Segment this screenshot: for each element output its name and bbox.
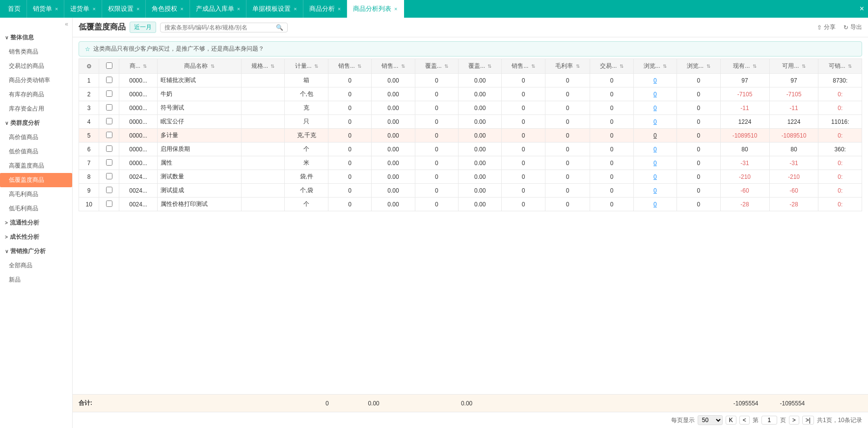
gross-col-header[interactable]: 毛利率 ⇅ xyxy=(545,59,590,74)
sidebar-item-new-goods[interactable]: 新品 xyxy=(0,273,72,287)
sales3-col-header[interactable]: 销售... ⇅ xyxy=(502,59,545,74)
sidebar-group-growth[interactable]: > 成长性分析 xyxy=(0,230,72,244)
per-page-select[interactable]: 50 20 100 200 xyxy=(698,415,723,425)
last-page-button[interactable]: >| xyxy=(802,416,814,425)
search-input[interactable] xyxy=(164,24,274,31)
tab-template-settings[interactable]: 单据模板设置 × xyxy=(246,0,303,18)
sidebar-item-sales-goods[interactable]: 销售类商品 xyxy=(0,45,72,59)
row-browse1[interactable]: 0 xyxy=(633,156,677,170)
row-sales-amt: 0.00 xyxy=(372,170,415,184)
row-checkbox[interactable] xyxy=(106,132,112,138)
export-button[interactable]: ↻ 导出 xyxy=(843,23,862,31)
table-row: 2 0000... 牛奶 个,包 0 0.00 0 0.00 0 0 0 0 0… xyxy=(79,87,862,101)
saleable-col-header[interactable]: 可销... ⇅ xyxy=(818,59,862,74)
row-browse1[interactable]: 0 xyxy=(633,115,677,129)
sidebar-group-cluster[interactable]: ∨ 类群度分析 xyxy=(0,116,72,130)
row-checkbox[interactable] xyxy=(106,77,112,83)
tab-finished-goods[interactable]: 产成品入库单 × xyxy=(190,0,246,18)
close-icon[interactable]: × xyxy=(338,6,341,12)
row-browse1[interactable]: 0 xyxy=(633,74,677,87)
row-available: -210 xyxy=(769,170,818,184)
sidebar-item-low-value[interactable]: 低价值商品 xyxy=(0,144,72,159)
tab-product-analysis[interactable]: 商品分析 × xyxy=(303,0,347,18)
browse2-col-header[interactable]: 浏览... ⇅ xyxy=(677,59,720,74)
current-col-header[interactable]: 现有... ⇅ xyxy=(720,59,769,74)
sales-qty-col-header[interactable]: 销售... ⇅ xyxy=(328,59,371,74)
sidebar-item-low-coverage[interactable]: 低覆盖度商品 xyxy=(0,173,72,187)
close-icon[interactable]: × xyxy=(92,6,95,12)
row-checkbox[interactable] xyxy=(106,187,112,193)
first-page-button[interactable]: K xyxy=(726,416,736,425)
row-checkbox[interactable] xyxy=(106,159,112,166)
sidebar-group-circulation[interactable]: > 流通性分析 xyxy=(0,216,72,230)
row-sales-qty: 0 xyxy=(328,170,371,184)
sidebar-item-low-margin[interactable]: 低毛利商品 xyxy=(0,201,72,216)
tab-permission-settings[interactable]: 权限设置 × xyxy=(102,0,146,18)
row-name: 属性 xyxy=(158,156,242,170)
row-checkbox[interactable] xyxy=(106,104,112,111)
row-available: 80 xyxy=(769,143,818,156)
sidebar-item-high-coverage[interactable]: 高覆盖度商品 xyxy=(0,159,72,173)
sidebar-group-marketing[interactable]: ∨ 营销推广分析 xyxy=(0,244,72,258)
tab-purchase-order[interactable]: 进货单 × xyxy=(64,0,102,18)
select-all-checkbox[interactable] xyxy=(106,62,112,69)
close-icon[interactable]: × xyxy=(394,6,397,12)
row-unit: 个 xyxy=(285,143,328,156)
filter-period-button[interactable]: 近一月 xyxy=(130,22,156,33)
code-col-header[interactable]: 商... ⇅ xyxy=(119,59,158,74)
share-button[interactable]: ⇧ 分享 xyxy=(817,23,836,31)
sidebar-item-all-goods[interactable]: 全部商品 xyxy=(0,258,72,273)
next-page-button[interactable]: > xyxy=(789,416,799,425)
row-cover1: 0 xyxy=(415,184,458,198)
row-browse1[interactable]: 0 xyxy=(633,170,677,184)
close-icon[interactable]: × xyxy=(55,6,58,12)
close-all-tabs-button[interactable]: × xyxy=(860,4,864,13)
prev-page-button[interactable]: < xyxy=(739,416,750,425)
sidebar-item-category-rate[interactable]: 商品分类动销率 xyxy=(0,73,72,87)
row-browse1[interactable]: 0 xyxy=(633,101,677,115)
sidebar-item-inventory-capital[interactable]: 库存资金占用 xyxy=(0,102,72,116)
row-checkbox[interactable] xyxy=(106,145,112,152)
sidebar-item-high-value[interactable]: 高价值商品 xyxy=(0,130,72,144)
sales-amt-col-header[interactable]: 销售... ⇅ xyxy=(372,59,415,74)
sidebar-item-high-margin[interactable]: 高毛利商品 xyxy=(0,187,72,201)
row-checkbox[interactable] xyxy=(106,173,112,179)
name-col-header[interactable]: 商品名称 ⇅ xyxy=(158,59,242,74)
row-current: 80 xyxy=(720,143,769,156)
row-checkbox[interactable] xyxy=(106,118,112,124)
cover1-col-header[interactable]: 覆盖... ⇅ xyxy=(415,59,458,74)
page-number-input[interactable] xyxy=(761,416,777,425)
row-sales-qty: 0 xyxy=(328,87,371,101)
close-icon[interactable]: × xyxy=(237,6,240,12)
cover2-col-header[interactable]: 覆盖... ⇅ xyxy=(459,59,502,74)
row-browse1[interactable]: 0 xyxy=(633,87,677,101)
row-browse1[interactable]: 0 xyxy=(633,129,677,143)
tab-role-auth[interactable]: 角色授权 × xyxy=(146,0,190,18)
close-icon[interactable]: × xyxy=(180,6,183,12)
row-checkbox[interactable] xyxy=(106,200,112,207)
checkbox-col-header[interactable] xyxy=(99,59,119,74)
sidebar-collapse-button[interactable]: « xyxy=(0,18,72,30)
settings-col-header[interactable]: ⚙ xyxy=(79,59,99,74)
tab-home[interactable]: 首页 xyxy=(2,0,27,18)
unit-col-header[interactable]: 计量... ⇅ xyxy=(285,59,328,74)
row-browse1[interactable]: 0 xyxy=(633,198,677,211)
row-browse1[interactable]: 0 xyxy=(633,184,677,198)
trade-col-header[interactable]: 交易... ⇅ xyxy=(590,59,633,74)
row-browse1[interactable]: 0 xyxy=(633,143,677,156)
tab-sales-order[interactable]: 销货单 × xyxy=(27,0,64,18)
sidebar-item-stocked-goods[interactable]: 有库存的商品 xyxy=(0,87,72,102)
row-checkbox[interactable] xyxy=(106,90,112,97)
close-icon[interactable]: × xyxy=(294,6,297,12)
tab-product-analysis-list[interactable]: 商品分析列表 × xyxy=(347,0,404,18)
close-icon[interactable]: × xyxy=(136,6,139,12)
spec-col-header[interactable]: 规格... ⇅ xyxy=(242,59,285,74)
sidebar-group-overall[interactable]: ∨ 整体信息 xyxy=(0,30,72,45)
row-trade: 0 xyxy=(590,143,633,156)
browse1-col-header[interactable]: 浏览... ⇅ xyxy=(633,59,677,74)
available-col-header[interactable]: 可用... ⇅ xyxy=(769,59,818,74)
page-title: 低覆盖度商品 xyxy=(79,22,126,32)
row-spec xyxy=(242,143,285,156)
row-sales3: 0 xyxy=(502,115,545,129)
sidebar-item-traded-goods[interactable]: 交易过的商品 xyxy=(0,59,72,73)
